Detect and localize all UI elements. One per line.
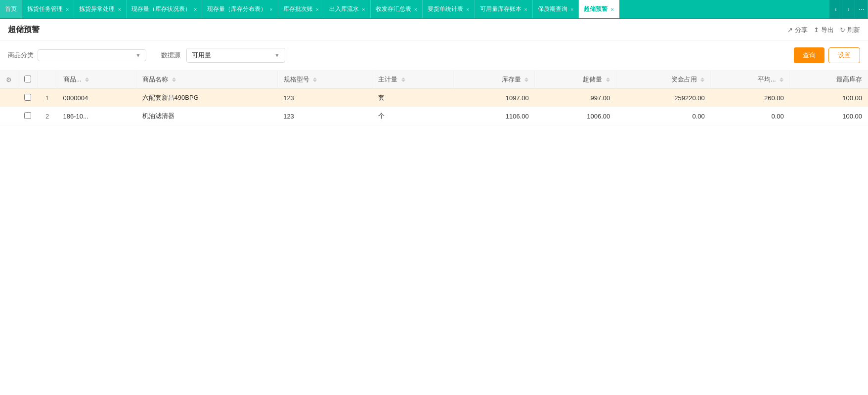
nav-tab-close-exception[interactable]: ×: [118, 6, 121, 12]
row-checkbox-1[interactable]: [24, 112, 31, 119]
sort-avg-icon: [780, 78, 783, 82]
col-product-name[interactable]: 商品名称: [136, 71, 278, 89]
refresh-label: 刷新: [847, 26, 860, 35]
nav-tab-label-inventory-dist: 现存量（库存分布表）: [207, 5, 266, 13]
datasource-dropdown-icon: ▼: [274, 52, 280, 58]
gear-icon[interactable]: ⚙: [6, 76, 12, 83]
row-product-code-1: 186-10...: [57, 107, 136, 125]
export-action[interactable]: ↥ 导出: [814, 26, 834, 35]
export-label: 导出: [821, 26, 834, 35]
nav-tab-label-order-stat: 要货单统计表: [428, 5, 463, 13]
nav-tab-task[interactable]: 拣货任务管理×: [22, 0, 74, 19]
table-container: ⚙ 商品... 商品名称: [0, 71, 868, 125]
col-unit[interactable]: 主计量: [372, 71, 454, 89]
row-check-cell-1: [18, 107, 38, 125]
row-index-0: 1: [38, 89, 57, 107]
row-stock-1: 1106.00: [453, 107, 535, 125]
nav-tab-exception[interactable]: 拣货异常处理×: [74, 0, 126, 19]
row-unit-0: 套: [372, 89, 454, 107]
row-gear-0: [0, 89, 18, 107]
nav-arrow-right[interactable]: ›: [842, 0, 855, 19]
col-check: [18, 71, 38, 89]
col-product-code[interactable]: 商品...: [57, 71, 136, 89]
col-stock[interactable]: 库存量: [453, 71, 535, 89]
row-spec-1: 123: [277, 107, 372, 125]
nav-arrow-left[interactable]: ‹: [829, 0, 842, 19]
row-product-code-0: 0000004: [57, 89, 136, 107]
col-spec[interactable]: 规格型号: [277, 71, 372, 89]
row-checkbox-0[interactable]: [24, 94, 31, 101]
select-all-checkbox[interactable]: [24, 76, 31, 82]
nav-tab-close-inventory-dist[interactable]: ×: [269, 6, 272, 12]
nav-tab-close-flow[interactable]: ×: [362, 6, 365, 12]
col-max-stock[interactable]: 最高库存: [790, 71, 868, 89]
refresh-icon: ↻: [840, 26, 845, 34]
col-capital[interactable]: 资金占用: [616, 71, 710, 89]
nav-tab-batch[interactable]: 库存批次账×: [278, 0, 324, 19]
col-overstock[interactable]: 超储量: [535, 71, 616, 89]
category-dropdown-icon: ▼: [135, 52, 141, 58]
page-content: 超储预警 ↗ 分享 ↥ 导出 ↻ 刷新 商品分类 ▼ 数据源: [0, 19, 868, 395]
filter-actions: 查询 设置: [794, 47, 860, 63]
row-avg-0: 260.00: [711, 89, 790, 107]
category-filter: 商品分类 ▼: [8, 49, 146, 61]
row-product-name-0: 六配套新昌490BPG: [136, 89, 278, 107]
share-action[interactable]: ↗ 分享: [787, 26, 808, 35]
col-index: [38, 71, 57, 89]
nav-tab-inventory-dist[interactable]: 现存量（库存分布表）×: [202, 0, 278, 19]
nav-tab-flow[interactable]: 出入库流水×: [324, 0, 370, 19]
nav-tab-label-quality: 保质期查询: [538, 5, 567, 13]
row-check-cell-0: [18, 89, 38, 107]
page-title: 超储预警: [8, 25, 40, 35]
row-product-name-1: 机油滤清器: [136, 107, 278, 125]
nav-tab-close-order-stat[interactable]: ×: [466, 6, 469, 12]
sort-product-code-icon: [85, 78, 89, 82]
page-header: 超储预警 ↗ 分享 ↥ 导出 ↻ 刷新: [0, 19, 868, 40]
nav-tab-summary[interactable]: 收发存汇总表×: [371, 0, 423, 19]
sort-unit-icon: [401, 78, 405, 82]
nav-tab-label-overstock: 超储预警: [584, 5, 608, 13]
row-unit-1: 个: [372, 107, 454, 125]
nav-tab-label-batch: 库存批次账: [283, 5, 313, 13]
category-select[interactable]: ▼: [38, 49, 146, 61]
row-stock-0: 1097.00: [453, 89, 535, 107]
nav-tab-close-inventory-status[interactable]: ×: [194, 6, 197, 12]
sort-stock-icon: [524, 78, 528, 82]
data-table: ⚙ 商品... 商品名称: [0, 71, 868, 125]
nav-tab-inventory-status[interactable]: 现存量（库存状况表）×: [127, 0, 202, 19]
nav-tab-label-summary: 收发存汇总表: [376, 5, 411, 13]
datasource-select[interactable]: 可用量 ▼: [186, 48, 285, 63]
share-label: 分享: [795, 26, 808, 35]
row-max-stock-0: 100.00: [790, 89, 868, 107]
category-label: 商品分类: [8, 51, 34, 60]
nav-tab-home[interactable]: 首页: [0, 0, 22, 19]
settings-button[interactable]: 设置: [828, 47, 860, 63]
col-avg[interactable]: 平均...: [711, 71, 790, 89]
nav-tab-overstock[interactable]: 超储预警×: [579, 0, 619, 19]
table-row: 1 0000004 六配套新昌490BPG 123 套 1097.00 997.…: [0, 89, 868, 107]
nav-tab-quality[interactable]: 保质期查询×: [533, 0, 579, 19]
nav-tab-close-overstock[interactable]: ×: [610, 6, 613, 12]
nav-tab-label-task: 拣货任务管理: [27, 5, 63, 13]
row-overstock-0: 997.00: [535, 89, 616, 107]
row-overstock-1: 1006.00: [535, 107, 616, 125]
nav-tab-close-task[interactable]: ×: [66, 6, 69, 12]
header-actions: ↗ 分享 ↥ 导出 ↻ 刷新: [787, 26, 860, 35]
nav-tab-close-available[interactable]: ×: [524, 6, 527, 12]
row-gear-1: [0, 107, 18, 125]
refresh-action[interactable]: ↻ 刷新: [840, 26, 860, 35]
nav-arrow-more[interactable]: ⋯: [855, 0, 868, 19]
sort-spec-icon: [313, 78, 317, 82]
row-spec-0: 123: [277, 89, 372, 107]
nav-tab-close-summary[interactable]: ×: [414, 6, 417, 12]
nav-tab-label-flow: 出入库流水: [329, 5, 359, 13]
nav-tab-label-inventory-status: 现存量（库存状况表）: [131, 5, 191, 13]
nav-tab-available[interactable]: 可用量库存账本×: [475, 0, 533, 19]
export-icon: ↥: [814, 26, 819, 34]
filter-area: 商品分类 ▼ 数据源 可用量 ▼ 查询 设置: [0, 40, 868, 71]
nav-tab-close-batch[interactable]: ×: [316, 6, 319, 12]
share-icon: ↗: [787, 26, 793, 34]
query-button[interactable]: 查询: [794, 47, 825, 63]
nav-tab-order-stat[interactable]: 要货单统计表×: [423, 0, 475, 19]
nav-tab-close-quality[interactable]: ×: [570, 6, 573, 12]
